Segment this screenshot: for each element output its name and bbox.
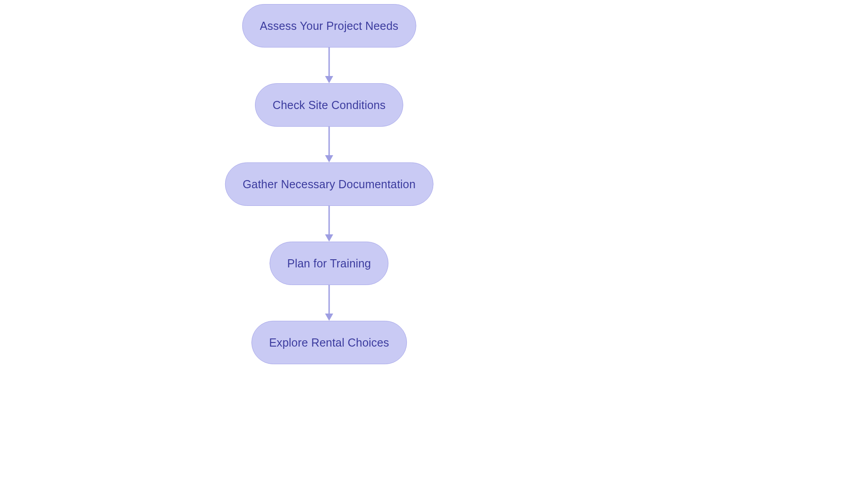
flow-node-3: Plan for Training [269, 242, 388, 285]
flow-node-label: Plan for Training [287, 257, 371, 270]
flow-node-label: Gather Necessary Documentation [243, 178, 416, 191]
flow-node-1: Check Site Conditions [255, 83, 403, 127]
flow-node-label: Check Site Conditions [273, 99, 386, 112]
arrowhead-icon [325, 76, 333, 83]
flow-node-label: Explore Rental Choices [269, 336, 389, 349]
flow-node-4: Explore Rental Choices [251, 321, 407, 364]
connectors-layer [0, 0, 868, 490]
flowchart-canvas: Assess Your Project NeedsCheck Site Cond… [0, 0, 868, 490]
arrowhead-icon [325, 314, 333, 321]
flow-node-0: Assess Your Project Needs [242, 4, 416, 48]
arrowhead-icon [325, 155, 333, 162]
arrowhead-icon [325, 234, 333, 242]
flow-node-2: Gather Necessary Documentation [225, 162, 434, 206]
flow-node-label: Assess Your Project Needs [260, 19, 399, 33]
